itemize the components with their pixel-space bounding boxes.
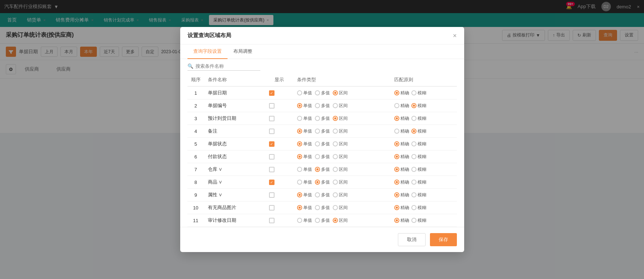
match-radio-exact[interactable]: 精确 — [394, 115, 409, 122]
radio-circle — [297, 116, 302, 121]
radio-circle — [315, 103, 320, 108]
show-checkbox[interactable] — [269, 90, 274, 96]
match-radio-fuzzy[interactable]: 模糊 — [411, 90, 426, 96]
match-radio-circle — [411, 90, 416, 95]
dialog-table-wrap: 顺序 条件名称 显示 条件类型 匹配原则 1单据日期单值多值区间精确模糊2单据编… — [180, 74, 464, 133]
radio-circle — [333, 103, 338, 108]
table-row: 3预计到货日期单值多值区间精确模糊 — [187, 112, 457, 125]
type-radio-area[interactable]: 区间 — [333, 103, 348, 109]
dialog-close-button[interactable]: × — [453, 32, 457, 39]
cell-order: 1 — [187, 86, 204, 99]
type-radio-multi[interactable]: 多值 — [315, 128, 330, 133]
table-row: 2单据编号单值多值区间精确模糊 — [187, 99, 457, 112]
cell-type: 单值多值区间 — [293, 86, 391, 99]
cell-match: 精确模糊 — [391, 86, 457, 99]
radio-circle — [333, 90, 338, 95]
cell-match: 精确模糊 — [391, 99, 457, 112]
type-radio-multi[interactable]: 多值 — [315, 103, 330, 109]
cell-show[interactable] — [265, 125, 293, 133]
search-icon: 🔍 — [187, 63, 193, 69]
cell-type: 单值多值区间 — [293, 99, 391, 112]
cell-order: 4 — [187, 125, 204, 133]
table-row: 4备注单值多值区间精确模糊 — [187, 125, 457, 133]
type-radio-multi[interactable]: 多值 — [315, 115, 330, 122]
radio-circle — [333, 116, 338, 121]
type-radio-area[interactable]: 区间 — [333, 115, 348, 122]
match-radio-circle — [394, 129, 399, 133]
match-radio-circle — [394, 103, 399, 108]
settings-dialog: 设置查询区域布局 × 查询字段设置 布局调整 🔍 顺序 条件名称 显示 条件类型 — [180, 27, 464, 133]
radio-circle — [297, 103, 302, 108]
match-radio-fuzzy[interactable]: 模糊 — [411, 115, 426, 122]
radio-circle — [333, 129, 338, 133]
dialog-title: 设置查询区域布局 — [187, 32, 231, 39]
show-checkbox[interactable] — [269, 129, 274, 133]
cell-order: 3 — [187, 112, 204, 125]
match-radio-exact[interactable]: 精确 — [394, 103, 409, 109]
table-row: 1单据日期单值多值区间精确模糊 — [187, 86, 457, 99]
show-checkbox[interactable] — [269, 116, 274, 121]
cell-show[interactable] — [265, 86, 293, 99]
type-radio-single[interactable]: 单值 — [297, 90, 312, 96]
match-radio-fuzzy[interactable]: 模糊 — [411, 103, 426, 109]
type-radio-single[interactable]: 单值 — [297, 115, 312, 122]
match-radio-circle — [411, 129, 416, 133]
cell-order: 2 — [187, 99, 204, 112]
cell-type: 单值多值区间 — [293, 125, 391, 133]
cell-match: 精确模糊 — [391, 112, 457, 125]
th-name: 条件名称 — [204, 74, 265, 86]
radio-circle — [315, 129, 320, 133]
dialog-tab-layout[interactable]: 布局调整 — [228, 44, 258, 59]
match-radio-exact[interactable]: 精确 — [394, 90, 409, 96]
conditions-table: 顺序 条件名称 显示 条件类型 匹配原则 1单据日期单值多值区间精确模糊2单据编… — [187, 74, 457, 133]
show-checkbox[interactable] — [269, 103, 274, 109]
type-radio-single[interactable]: 单值 — [297, 103, 312, 109]
match-radio-circle — [394, 90, 399, 95]
cell-match: 精确模糊 — [391, 125, 457, 133]
dialog-search-area: 🔍 — [180, 59, 464, 74]
dialog-tabs: 查询字段设置 布局调整 — [180, 44, 464, 59]
th-show: 显示 — [265, 74, 293, 86]
match-radio-exact[interactable]: 精确 — [394, 128, 409, 133]
match-radio-fuzzy[interactable]: 模糊 — [411, 128, 426, 133]
radio-circle — [315, 116, 320, 121]
type-radio-area[interactable]: 区间 — [333, 90, 348, 96]
type-radio-single[interactable]: 单值 — [297, 128, 312, 133]
cell-show[interactable] — [265, 112, 293, 125]
type-radio-area[interactable]: 区间 — [333, 128, 348, 133]
th-type: 条件类型 — [293, 74, 391, 86]
search-input[interactable] — [195, 63, 260, 69]
radio-circle — [297, 90, 302, 95]
dialog-tab-query-fields[interactable]: 查询字段设置 — [187, 44, 228, 59]
type-radio-multi[interactable]: 多值 — [315, 90, 330, 96]
cell-type: 单值多值区间 — [293, 112, 391, 125]
match-radio-circle — [411, 103, 416, 108]
cell-name: 备注 — [204, 125, 265, 133]
cell-name: 单据日期 — [204, 86, 265, 99]
dialog-header: 设置查询区域布局 × — [180, 27, 464, 44]
cell-name: 预计到货日期 — [204, 112, 265, 125]
cell-name: 单据编号 — [204, 99, 265, 112]
match-radio-circle — [394, 116, 399, 121]
th-order: 顺序 — [187, 74, 204, 86]
radio-circle — [315, 90, 320, 95]
th-match: 匹配原则 — [391, 74, 457, 86]
search-input-wrap: 🔍 — [187, 63, 260, 71]
cell-show[interactable] — [265, 99, 293, 112]
match-radio-circle — [411, 116, 416, 121]
radio-circle — [297, 129, 302, 133]
